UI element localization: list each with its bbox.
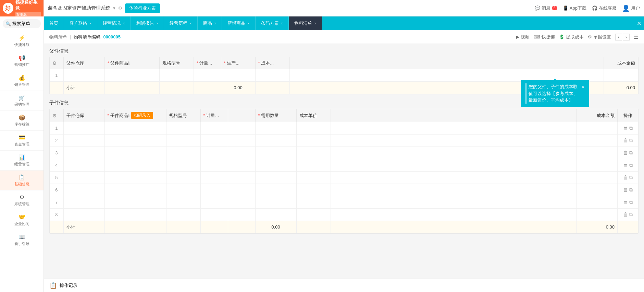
child-gear-icon[interactable]: ⚙ [52,113,57,118]
sidebar-item-sales[interactable]: 💰 销售管理 [0,71,44,91]
tab-operations-close[interactable]: × [123,21,125,25]
scan-button[interactable]: 扫码录入 [131,112,153,119]
parent-row-production[interactable] [221,69,255,82]
tab-customer[interactable]: 客户联络 × [64,16,97,30]
settings-button[interactable]: ⚙ 单据设置 [588,34,611,40]
tab-bom[interactable]: 物料清单 × [289,16,322,30]
parent-row-goods[interactable] [104,69,159,82]
cost-button[interactable]: 💲 提取成本 [559,34,584,40]
copy-icon-3[interactable]: ⧉ [629,150,633,156]
trial-button[interactable]: 体验行业方案 [125,3,160,13]
child-row-spec-2[interactable] [166,135,200,147]
sidebar-item-collaboration[interactable]: 🤝 企业协同 [0,210,44,230]
child-row-qty-5[interactable] [255,172,296,184]
tab-close-all[interactable]: ✕ [637,20,641,27]
child-row-qty-3[interactable] [255,147,296,159]
child-row-unit-4[interactable] [200,159,228,172]
child-row-unit-7[interactable] [200,196,228,209]
sidebar-item-inventory[interactable]: 📦 库存核算 [0,111,44,131]
tab-customer-close[interactable]: × [89,21,91,25]
tab-goods-close[interactable]: × [214,21,216,25]
delete-icon-4[interactable]: 🗑 [623,162,628,168]
child-row-goods-5[interactable] [104,172,166,184]
child-row-unit-cost-8[interactable] [296,209,331,221]
gear-settings-icon[interactable]: ⚙ [118,5,122,11]
child-row-unit-8[interactable] [200,209,228,221]
child-row-warehouse-4[interactable] [63,159,104,172]
copy-icon-7[interactable]: ⧉ [629,199,633,205]
sidebar-item-basic-info[interactable]: 📋 基础信息 [0,171,44,190]
child-row-spec-7[interactable] [166,196,200,209]
copy-icon-8[interactable]: ⧉ [629,212,633,218]
delete-icon-6[interactable]: 🗑 [623,187,628,193]
parent-row-unit[interactable] [194,69,221,82]
child-row-goods-8[interactable] [104,209,166,221]
child-row-unit-cost-7[interactable] [296,196,331,209]
child-row-unit-cost-5[interactable] [296,172,331,184]
child-row-warehouse-2[interactable] [63,135,104,147]
sidebar-item-quick-nav[interactable]: ⚡ 快捷导航 [0,31,44,51]
child-row-spec-3[interactable] [166,147,200,159]
copy-icon-5[interactable]: ⧉ [629,175,633,180]
copy-icon-4[interactable]: ⧉ [629,162,633,168]
tab-barcode-close[interactable]: × [281,21,283,25]
tab-history-close[interactable]: × [189,21,191,25]
sidebar-item-purchase[interactable]: 🛒 采购管理 [0,91,44,111]
next-arrow[interactable]: › [623,34,630,40]
child-row-qty-8[interactable] [255,209,296,221]
delete-icon-2[interactable]: 🗑 [623,138,628,143]
sidebar-item-guide[interactable]: 📖 新手引导 [0,230,44,250]
child-row-unit-cost-4[interactable] [296,159,331,172]
tab-operations[interactable]: 经营情况 × [97,16,131,30]
sidebar-item-marketing[interactable]: 📢 营销推广 [0,51,44,71]
parent-row-cost[interactable] [255,69,289,82]
child-row-warehouse-6[interactable] [63,184,104,196]
copy-icon-2[interactable]: ⧉ [629,138,633,143]
tooltip-close-button[interactable]: × [582,83,584,91]
menu-icon[interactable]: ☰ [634,34,639,40]
child-row-unit-cost-3[interactable] [296,147,331,159]
child-row-qty-1[interactable] [255,122,296,135]
prev-arrow[interactable]: ‹ [615,34,622,40]
message-button[interactable]: 💬 消息 6 [535,5,557,11]
child-row-warehouse-5[interactable] [63,172,104,184]
shortcut-button[interactable]: ⌨ 快捷键 [534,34,555,40]
search-menu-button[interactable]: 🔍 搜索菜单 [3,19,41,28]
child-row-unit-cost-1[interactable] [296,122,331,135]
tab-profit-close[interactable]: × [156,21,158,25]
child-row-spec-1[interactable] [166,122,200,135]
delete-icon-7[interactable]: 🗑 [623,199,628,205]
child-row-goods-7[interactable] [104,196,166,209]
child-row-goods-4[interactable] [104,159,166,172]
tab-new-goods[interactable]: 新增商品 × [222,16,255,30]
delete-icon-1[interactable]: 🗑 [623,125,628,131]
child-row-spec-4[interactable] [166,159,200,172]
tab-bom-close[interactable]: × [314,21,316,25]
child-row-qty-7[interactable] [255,196,296,209]
tab-barcode[interactable]: 条码方案 × [256,16,289,30]
child-row-qty-2[interactable] [255,135,296,147]
child-row-warehouse-3[interactable] [63,147,104,159]
user-button[interactable]: 👤 用户 [622,4,640,12]
child-row-unit-3[interactable] [200,147,228,159]
breadcrumb-item[interactable]: 物料清单 [49,34,67,40]
child-row-unit-5[interactable] [200,172,228,184]
child-row-warehouse-1[interactable] [63,122,104,135]
child-row-unit-cost-6[interactable] [296,184,331,196]
tab-new-goods-close[interactable]: × [247,21,249,25]
child-row-unit-1[interactable] [200,122,228,135]
delete-icon-5[interactable]: 🗑 [623,175,628,180]
sidebar-item-operations[interactable]: 📊 经营管理 [0,151,44,171]
tab-history[interactable]: 经营历程 × [164,16,197,30]
delete-icon-8[interactable]: 🗑 [623,212,628,218]
child-row-goods-6[interactable] [104,184,166,196]
copy-icon-1[interactable]: ⧉ [629,125,633,131]
child-row-warehouse-7[interactable] [63,196,104,209]
child-row-unit-cost-2[interactable] [296,135,331,147]
parent-row-spec[interactable] [159,69,194,82]
child-row-spec-8[interactable] [166,209,200,221]
child-row-goods-3[interactable] [104,147,166,159]
child-row-unit-6[interactable] [200,184,228,196]
sidebar-item-system[interactable]: ⚙ 系统管理 [0,190,44,210]
child-row-spec-6[interactable] [166,184,200,196]
